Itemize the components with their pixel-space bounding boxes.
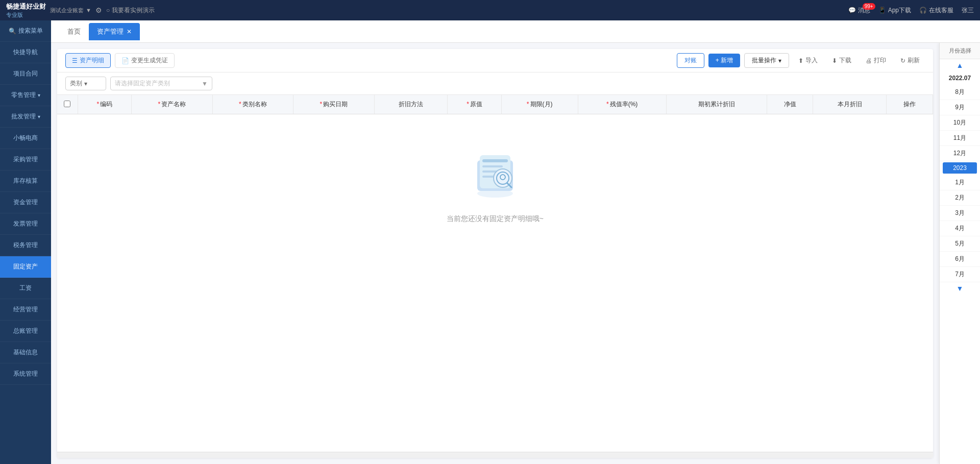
sidebar-item-project-contract[interactable]: 项目合同 bbox=[0, 63, 51, 85]
month-item-7[interactable]: 7月 bbox=[940, 267, 980, 282]
col-depreciation-method: 折旧方法 bbox=[374, 95, 448, 114]
select-all-header bbox=[57, 95, 78, 114]
dropdown-arrow-icon: ▼ bbox=[202, 80, 208, 87]
tab-asset-management[interactable]: 资产管理 ✕ bbox=[89, 23, 140, 40]
refresh-icon: ↻ bbox=[900, 57, 905, 64]
sidebar-item-base-info[interactable]: 基础信息 bbox=[0, 342, 51, 363]
month-item-4[interactable]: 4月 bbox=[940, 221, 980, 236]
sidebar-item-batch[interactable]: 批发管理 ▾ bbox=[0, 106, 51, 128]
add-button[interactable]: + 新增 bbox=[708, 54, 740, 67]
col-period: *期限(月) bbox=[501, 95, 578, 114]
print-button[interactable]: 🖨 打印 bbox=[861, 54, 891, 67]
month-item-11[interactable]: 11月 bbox=[940, 131, 980, 146]
month-nav-up-button[interactable]: ▲ bbox=[957, 61, 964, 69]
col-purchase-date: *购买日期 bbox=[293, 95, 375, 114]
company-selector[interactable]: 测试企业账套 ▼ bbox=[50, 7, 91, 14]
month-picker-header: 月份选择 bbox=[940, 43, 980, 59]
table-container: *编码 *资产名称 *类别名称 *购买日期 折旧方法 *原值 *期限(月) *残… bbox=[57, 95, 933, 452]
col-net-value: 净值 bbox=[767, 95, 813, 114]
sidebar-item-quick-nav[interactable]: 快捷导航 bbox=[0, 42, 51, 63]
download-icon: ⬇ bbox=[832, 57, 837, 64]
month-item-3[interactable]: 3月 bbox=[940, 206, 980, 221]
sidebar-item-finance[interactable]: 资金管理 bbox=[0, 192, 51, 213]
month-item-12[interactable]: 12月 bbox=[940, 146, 980, 161]
col-original-value: *原值 bbox=[448, 95, 501, 114]
settings-icon[interactable]: ⚙ bbox=[95, 6, 102, 14]
month-picker-panel: 月份选择 ▲ 2022.07 8月 9月 10月 11月 12月 2023 1月… bbox=[939, 43, 980, 464]
sidebar-item-purchase[interactable]: 采购管理 bbox=[0, 149, 51, 170]
select-all-checkbox[interactable] bbox=[64, 101, 70, 107]
message-button[interactable]: 💬 消息 99+ bbox=[848, 6, 870, 15]
reconcile-button[interactable]: 对账 bbox=[677, 53, 704, 68]
content-area: 首页 资产管理 ✕ ☰ 资产明细 bbox=[51, 20, 980, 464]
tab-home[interactable]: 首页 bbox=[59, 23, 89, 40]
topbar-left: 畅捷通好业财 专业版 测试企业账套 ▼ ⚙ ○ 我要看实例演示 bbox=[6, 2, 155, 19]
main-panel: ☰ 资产明细 📄 变更生成凭证 对账 + 新增 bbox=[57, 49, 933, 458]
download-button[interactable]: ⬇ 下载 bbox=[827, 54, 856, 67]
sidebar-item-tax[interactable]: 税务管理 bbox=[0, 235, 51, 256]
demo-link[interactable]: ○ 我要看实例演示 bbox=[106, 6, 155, 15]
user-avatar[interactable]: 张三 bbox=[962, 6, 974, 15]
tab-asset-detail[interactable]: ☰ 资产明细 bbox=[65, 53, 111, 68]
sidebar-item-payroll[interactable]: 工资 bbox=[0, 278, 51, 299]
filter-bar: 类别 ▾ 请选择固定资产类别 ▼ bbox=[57, 72, 933, 95]
col-accumulated-dep: 期初累计折旧 bbox=[666, 95, 767, 114]
sidebar: 🔍 搜索菜单 快捷导航 项目合同 零售管理 ▾ 批发管理 ▾ 小畅电商 采购管理… bbox=[0, 20, 51, 464]
tab-close-icon[interactable]: ✕ bbox=[127, 28, 132, 35]
tab-change-voucher[interactable]: 📄 变更生成凭证 bbox=[115, 53, 175, 68]
page-content: ☰ 资产明细 📄 变更生成凭证 对账 + 新增 bbox=[51, 43, 980, 464]
sub-tabs-left: ☰ 资产明细 📄 变更生成凭证 bbox=[65, 53, 175, 68]
sidebar-item-ecommerce[interactable]: 小畅电商 bbox=[0, 128, 51, 149]
month-nav-down: ▼ bbox=[940, 282, 980, 295]
brand-text: 畅捷通好业财 专业版 bbox=[6, 2, 46, 19]
month-item-8[interactable]: 8月 bbox=[940, 85, 980, 100]
current-year-display: 2022.07 bbox=[940, 71, 980, 85]
empty-message: 当前您还没有固定资产明细哦~ bbox=[447, 214, 544, 224]
sidebar-item-invoice[interactable]: 发票管理 bbox=[0, 213, 51, 235]
chevron-down-icon: ▾ bbox=[38, 92, 40, 98]
empty-illustration bbox=[464, 145, 526, 206]
month-item-2[interactable]: 2月 bbox=[940, 190, 980, 206]
col-name: *资产名称 bbox=[131, 95, 212, 114]
batch-ops-button[interactable]: 批量操作 ▾ bbox=[744, 53, 789, 68]
col-monthly-dep: 本月折旧 bbox=[813, 95, 887, 114]
print-icon: 🖨 bbox=[866, 57, 872, 64]
empty-state: 当前您还没有固定资产明细哦~ bbox=[57, 114, 933, 254]
app-download-button[interactable]: 📱 App下载 bbox=[878, 6, 911, 15]
sidebar-item-fixed-assets[interactable]: 固定资产 bbox=[0, 256, 51, 278]
sidebar-item-inventory[interactable]: 库存核算 bbox=[0, 170, 51, 192]
category-type-select[interactable]: 类别 ▾ bbox=[65, 77, 106, 90]
sidebar-item-search[interactable]: 🔍 搜索菜单 bbox=[0, 20, 51, 42]
month-item-5[interactable]: 5月 bbox=[940, 236, 980, 252]
chevron-down-icon: ▾ bbox=[38, 114, 40, 119]
category-filter-input[interactable]: 请选择固定资产类别 ▼ bbox=[110, 77, 212, 90]
assets-table: *编码 *资产名称 *类别名称 *购买日期 折旧方法 *原值 *期限(月) *残… bbox=[57, 95, 933, 254]
col-residual-rate: *残值率(%) bbox=[578, 95, 666, 114]
import-icon: ⬆ bbox=[798, 57, 803, 64]
svg-rect-4 bbox=[482, 165, 503, 167]
sidebar-item-operations[interactable]: 经营管理 bbox=[0, 299, 51, 321]
sidebar-item-ledger[interactable]: 总账管理 bbox=[0, 321, 51, 342]
sidebar-item-system[interactable]: 系统管理 bbox=[0, 363, 51, 385]
import-button[interactable]: ⬆ 导入 bbox=[793, 54, 823, 67]
month-nav-down-button[interactable]: ▼ bbox=[957, 284, 964, 292]
chevron-down-icon: ▾ bbox=[778, 57, 781, 64]
table-body: 当前您还没有固定资产明细哦~ bbox=[57, 114, 933, 255]
sidebar-item-retail[interactable]: 零售管理 ▾ bbox=[0, 85, 51, 106]
topbar: 畅捷通好业财 专业版 测试企业账套 ▼ ⚙ ○ 我要看实例演示 💬 消息 99+… bbox=[0, 0, 980, 20]
month-item-1[interactable]: 1月 bbox=[940, 175, 980, 190]
sub-tabs: ☰ 资产明细 📄 变更生成凭证 对账 + 新增 bbox=[57, 49, 933, 72]
month-item-10[interactable]: 10月 bbox=[940, 115, 980, 131]
online-service-button[interactable]: 🎧 在线客服 bbox=[919, 6, 953, 15]
main-layout: 🔍 搜索菜单 快捷导航 项目合同 零售管理 ▾ 批发管理 ▾ 小畅电商 采购管理… bbox=[0, 20, 980, 464]
message-badge: 99+ bbox=[863, 3, 875, 10]
month-item-6[interactable]: 6月 bbox=[940, 252, 980, 267]
refresh-button[interactable]: ↻ 刷新 bbox=[895, 54, 925, 67]
bottom-scrollbar[interactable] bbox=[57, 452, 933, 458]
chevron-down-icon: ▾ bbox=[84, 80, 87, 87]
search-icon: 🔍 bbox=[9, 28, 16, 35]
topbar-right: 💬 消息 99+ 📱 App下载 🎧 在线客服 张三 bbox=[848, 6, 974, 15]
col-operation: 操作 bbox=[887, 95, 933, 114]
month-item-9[interactable]: 9月 bbox=[940, 100, 980, 115]
voucher-icon: 📄 bbox=[121, 57, 129, 64]
